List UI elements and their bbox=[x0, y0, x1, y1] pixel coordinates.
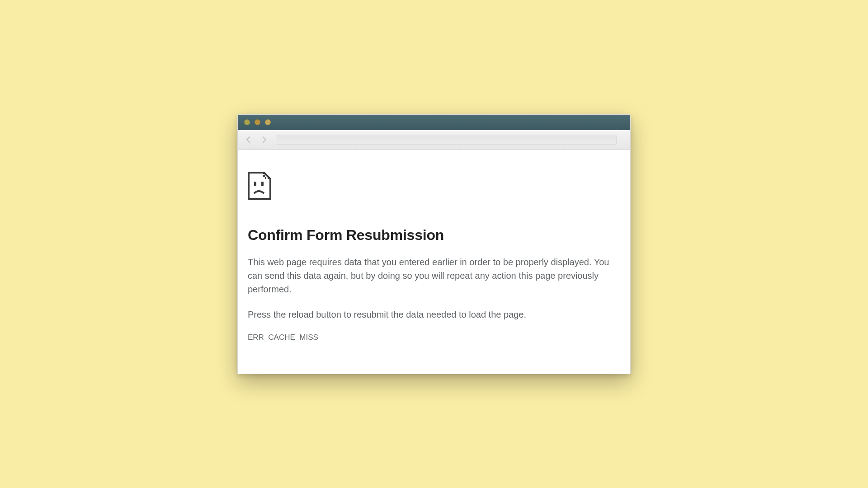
browser-window: Confirm Form Resubmission This web page … bbox=[237, 114, 631, 374]
error-description-1: This web page requires data that you ent… bbox=[248, 255, 620, 296]
back-button[interactable] bbox=[242, 133, 255, 146]
svg-rect-0 bbox=[254, 182, 256, 186]
svg-rect-1 bbox=[261, 182, 264, 186]
error-description-2: Press the reload button to resubmit the … bbox=[248, 308, 620, 321]
maximize-window-button[interactable] bbox=[265, 119, 271, 125]
chevron-right-icon bbox=[261, 136, 267, 143]
window-titlebar bbox=[238, 115, 630, 130]
error-page-content: Confirm Form Resubmission This web page … bbox=[238, 150, 630, 374]
error-heading: Confirm Form Resubmission bbox=[248, 227, 620, 244]
minimize-window-button[interactable] bbox=[255, 119, 260, 125]
forward-button[interactable] bbox=[258, 133, 270, 146]
address-bar[interactable] bbox=[276, 135, 617, 145]
error-code: ERR_CACHE_MISS bbox=[248, 333, 620, 342]
browser-toolbar bbox=[238, 130, 630, 150]
close-window-button[interactable] bbox=[244, 119, 250, 125]
chevron-left-icon bbox=[246, 136, 251, 143]
sad-document-icon bbox=[248, 172, 620, 202]
